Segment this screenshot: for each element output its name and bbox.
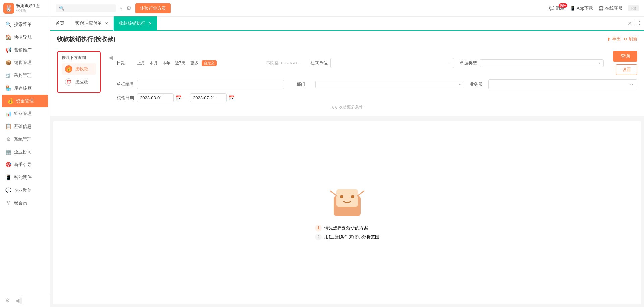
date-custom-badge[interactable]: 自定义 [202, 60, 217, 66]
writeoff-date-from[interactable] [137, 93, 174, 102]
sidebar-item-finance[interactable]: 💰 资金管理 [2, 95, 48, 107]
settings-icon[interactable]: ⚙ [5, 297, 10, 304]
topbar-dropdown-icon[interactable]: ▾ [120, 6, 122, 11]
refresh-button[interactable]: ↻ 刷新 [624, 36, 637, 42]
query-option-by-receivable[interactable]: ⏰ 按应收 [62, 76, 96, 88]
tab-home[interactable]: 首页 [50, 16, 70, 31]
close-tab-button[interactable]: ✕ [628, 20, 632, 27]
sidebar-item-vip[interactable]: V 畅会员 [0, 197, 50, 209]
sidebar-item-marketing[interactable]: 📢 营销推广 [0, 44, 50, 56]
tab-prepaid-close[interactable]: ✕ [105, 21, 108, 26]
app-download-button[interactable]: 📱 App下载 [570, 5, 593, 11]
by-collection-icon: 💰 [65, 65, 72, 73]
sidebar-bottom: ⚙ ◀║ [0, 294, 50, 307]
hint-number-2: 2 [315, 234, 322, 240]
date-shortcuts: 上月 本月 本年 近7天 更多 自定义 [136, 60, 217, 67]
date-7-days[interactable]: 近7天 [174, 60, 187, 67]
date-last-month[interactable]: 上月 [136, 60, 146, 67]
collapse-more-button[interactable]: ∧∧ 收起更多条件 [331, 104, 363, 110]
sales-icon: 📦 [5, 60, 11, 66]
writeoff-date-to[interactable] [190, 93, 227, 102]
sidebar-item-operations[interactable]: 📊 经营管理 [0, 107, 50, 120]
main-area: 🔍 ▾ ⚙ 体验行业方案 💬 消息 99+ 📱 App下载 🎧 在线客服 Rit [50, 0, 644, 307]
sidebar-item-inventory[interactable]: 🏪 库存核算 [0, 82, 50, 95]
enterprise-icon: 🏢 [5, 149, 11, 155]
sidebar-item-label: 营销推广 [14, 47, 32, 53]
guide-icon: 🎯 [5, 162, 11, 168]
counterparty-dots[interactable]: ··· [445, 60, 450, 66]
tab-home-label: 首页 [56, 20, 64, 27]
tab-prepaid[interactable]: 预付冲应付单 ✕ [70, 16, 114, 31]
sidebar-nav: 🔍 搜索菜单 🏠 快捷导航 📢 营销推广 📦 销售管理 🛒 采购管理 🏪 库存核… [0, 17, 50, 294]
sidebar-item-sales[interactable]: 📦 销售管理 [0, 56, 50, 69]
query-button[interactable]: 查询 [613, 51, 637, 62]
writeoff-date-from-icon[interactable]: 📅 [176, 95, 181, 101]
doc-number-label: 单据编号 [117, 81, 134, 87]
sidebar-item-guide[interactable]: 🎯 新手引导 [0, 158, 50, 171]
filter-writeoff-date: 核销日期 📅 — 📅 [117, 93, 637, 102]
sidebar-item-purchase[interactable]: 🛒 采购管理 [0, 69, 50, 82]
tab-collection[interactable]: 收款核销执行 ✕ [114, 16, 157, 31]
topbar-search-area[interactable]: 🔍 [56, 4, 116, 12]
tab-collection-close[interactable]: ✕ [149, 21, 152, 26]
sidebar-item-enterprise[interactable]: 🏢 企业协同 [0, 146, 50, 158]
sidebar-item-basics[interactable]: 📋 基础信息 [0, 120, 50, 133]
page-header: 收款核销执行(按收款) ⬆ 导出 ↻ 刷新 [50, 31, 644, 47]
empty-hint-1-text: 请先选择要分析的方案 [324, 225, 368, 231]
tab-prepaid-label: 预付冲应付单 [75, 20, 102, 27]
online-service-label: 在线客服 [605, 5, 623, 11]
message-badge: 99+ [559, 3, 567, 8]
writeoff-date-to-icon[interactable]: 📅 [229, 95, 234, 101]
salesperson-dots[interactable]: ··· [628, 81, 634, 87]
filter-date: 日期 上月 本月 本年 近7天 更多 自定义 [117, 60, 261, 67]
counterparty-select[interactable]: ··· [330, 58, 454, 68]
industry-solution-button[interactable]: 体验行业方案 [135, 3, 171, 13]
all-filters-container: 按以下方查询 💰 按收款 ⏰ 按应收 ◀ [57, 51, 637, 102]
svg-point-2 [340, 195, 343, 198]
query-option-by-collection[interactable]: 💰 按收款 [62, 63, 96, 75]
date-more[interactable]: 更多 [189, 60, 200, 67]
filter-salesperson: 业务员 ··· [470, 79, 637, 89]
export-button[interactable]: ⬆ 导出 [607, 36, 621, 42]
sidebar-item-hardware[interactable]: 📱 智能硬件 [0, 171, 50, 184]
message-button[interactable]: 💬 消息 99+ [549, 5, 565, 11]
by-receivable-icon: ⏰ [65, 78, 72, 86]
expand-tab-button[interactable]: ⛶ [635, 20, 640, 27]
sidebar-item-wechat[interactable]: 💬 企业微信 [0, 184, 50, 197]
date-this-year[interactable]: 本年 [161, 60, 172, 67]
app-logo: 🐰 畅捷通好生意 标准版 [0, 0, 50, 17]
date-label: 日期 [117, 60, 133, 66]
sidebar-item-system[interactable]: ⚙ 系统管理 [0, 133, 50, 146]
collapse-more-label: 收起更多条件 [339, 104, 363, 110]
wechat-icon: 💬 [5, 187, 11, 193]
page-actions: ⬆ 导出 ↻ 刷新 [607, 36, 637, 46]
settings-button[interactable]: 设置 [616, 64, 637, 75]
salesperson-select[interactable]: ··· [488, 79, 637, 89]
counterparty-label: 往来单位 [310, 60, 328, 66]
collapse-filter-button[interactable]: ◀ [109, 51, 113, 61]
online-service-button[interactable]: 🎧 在线客服 [598, 5, 623, 11]
doc-type-select[interactable]: ▾ [480, 59, 604, 67]
filter-row-1: 日期 上月 本月 本年 近7天 更多 自定义 不限 至 2023-07-26 [117, 51, 637, 75]
doc-type-arrow: ▾ [598, 61, 600, 65]
doc-number-input[interactable] [137, 80, 284, 89]
system-icon: ⚙ [5, 136, 11, 142]
sidebar-item-quick-nav[interactable]: 🏠 快捷导航 [0, 31, 50, 44]
app-edition: 标准版 [16, 8, 40, 13]
search-menu-icon: 🔍 [5, 21, 11, 28]
date-this-month[interactable]: 本月 [148, 60, 159, 67]
sidebar-item-label: 销售管理 [14, 60, 32, 66]
action-buttons: 查询 设置 [613, 51, 637, 75]
filter-counterparty: 往来单位 ··· [310, 58, 454, 68]
user-name[interactable]: Rit [628, 5, 639, 11]
by-receivable-label: 按应收 [75, 79, 88, 85]
svg-line-4 [330, 191, 337, 196]
sidebar-item-label: 基础信息 [14, 123, 32, 130]
department-select[interactable]: ▾ [315, 81, 464, 88]
app-name: 畅捷通好生意 [16, 3, 40, 9]
topbar-gear-icon[interactable]: ⚙ [126, 5, 131, 11]
collapse-sidebar-icon[interactable]: ◀║ [15, 297, 23, 304]
sidebar-item-label: 新手引导 [14, 162, 32, 168]
tab-collection-label: 收款核销执行 [119, 20, 145, 27]
sidebar-item-search-menu[interactable]: 🔍 搜索菜单 [0, 18, 50, 31]
